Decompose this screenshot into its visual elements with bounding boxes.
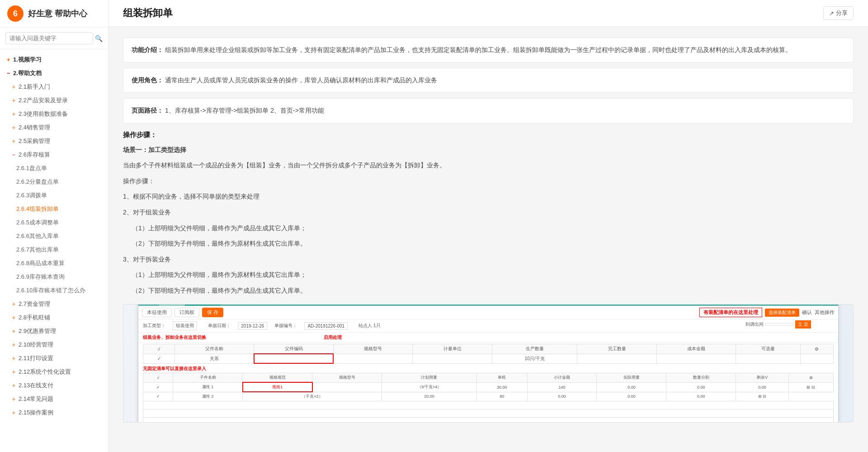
mock-td-spec bbox=[333, 354, 413, 363]
mock-lower-table-area: √ 子件名称 规格规范 规格型号 计划用量 单耗 小计金额 实际用量 数量分割 bbox=[138, 372, 838, 422]
plus-icon: ＋ bbox=[11, 327, 17, 335]
mock-warehouse-input[interactable] bbox=[765, 323, 793, 326]
mock-td-name: 关系 bbox=[175, 354, 254, 363]
plus-icon: ＋ bbox=[11, 368, 17, 376]
step2-sub2: （2）下部明细为子件明细，最终作为原材料生成其它出库单。 bbox=[123, 238, 854, 250]
search-box: 🔍 bbox=[0, 28, 108, 49]
mock-sub-empty-4 bbox=[143, 409, 833, 418]
share-button[interactable]: ↗ 分享 bbox=[823, 6, 854, 20]
sidebar-item-docs-2-6-7[interactable]: 2.6.7其他出库单 bbox=[0, 243, 108, 257]
mock-sub-td-s1: 规格1 bbox=[243, 382, 312, 392]
mock-td-unit bbox=[413, 354, 492, 363]
mock-sub-th-9: 数量分割 bbox=[666, 373, 736, 383]
sidebar-item-label: 2.12系统个性化设置 bbox=[19, 368, 71, 376]
mock-sub-td-check1: ✓ bbox=[143, 382, 173, 392]
sidebar-item-docs-2-6-9[interactable]: 2.6.9库存账本查询 bbox=[0, 270, 108, 284]
mock-window: 6 TEST-H002 ▼ ⚙ 问题反馈一下 📱App下载 ✓ 检测服务 ❓帮助… bbox=[138, 305, 838, 422]
mock-annotation3: 启用处理 bbox=[324, 334, 342, 341]
mock-sub-td-s9: ⊞ ⊟ bbox=[788, 382, 833, 392]
sidebar-item-docs-2-6-10[interactable]: 2.6.10库存账本错了怎么办 bbox=[0, 284, 108, 297]
sidebar-item-docs-2-15[interactable]: ＋2.15操作案例 bbox=[0, 406, 108, 419]
mock-sub-th-7: 小计金额 bbox=[527, 373, 597, 383]
sub-table-row-3 bbox=[143, 401, 833, 409]
main-header: 组装拆卸单 ↗ 分享 bbox=[108, 0, 868, 27]
mock-annotation-row: 组装业务、拆卸业务在这里切换 启用处理 bbox=[138, 333, 838, 343]
sidebar-item-label: 2.10经营管理 bbox=[19, 341, 53, 349]
plus-icon: ＋ bbox=[11, 395, 17, 403]
mock-toolbar: 本征使用 订阅权 保 存 有装配清单的在这里处理 选择装配清单 确认 其他操作 bbox=[138, 306, 838, 319]
sidebar-item-docs-2-6-1[interactable]: 2.6.1盘点单 bbox=[0, 162, 108, 175]
sidebar-item-label: 2.7资金管理 bbox=[19, 300, 50, 308]
sidebar-item-label: 2.5采购管理 bbox=[19, 137, 50, 145]
sidebar-item-docs-2-7[interactable]: ＋2.7资金管理 bbox=[0, 297, 108, 311]
plus-icon: ＋ bbox=[11, 110, 17, 118]
sidebar-item-docs-2-2[interactable]: ＋2.2产品安装及登录 bbox=[0, 94, 108, 107]
mock-sub-th-2: 子件名称 bbox=[173, 373, 243, 383]
mock-btn-use[interactable]: 本征使用 bbox=[142, 308, 172, 317]
sidebar-item-docs-2-13[interactable]: ＋2.13在线支付 bbox=[0, 379, 108, 392]
sidebar-item-docs-2-6-4[interactable]: 2.6.4组装拆卸单 bbox=[0, 202, 108, 216]
sidebar-item-label: 2.6.4组装拆卸单 bbox=[16, 205, 59, 213]
sidebar-item-docs-2-12[interactable]: ＋2.12系统个性化设置 bbox=[0, 365, 108, 379]
sidebar-item-label: 2.1新手入门 bbox=[19, 83, 50, 91]
mock-sub-td-s14: 0.00 bbox=[597, 392, 666, 401]
sidebar-item-label: 2.4销售管理 bbox=[19, 124, 50, 132]
mock-th-4: 规格型号 bbox=[333, 344, 413, 354]
plus-icon: ＋ bbox=[11, 124, 17, 132]
mock-warehouse-label: 到调出间 bbox=[745, 321, 764, 328]
sidebar: 6 好生意 帮助中心 🔍 ＋1.视频学习－2.帮助文档＋2.1新手入门＋2.2产… bbox=[0, 0, 108, 452]
mock-type-label: 加工类型： bbox=[143, 323, 165, 329]
path-label: 页面路径： bbox=[132, 107, 163, 114]
steps-intro: 操作步骤： bbox=[123, 175, 854, 187]
sidebar-item-label: 2.2产品安装及登录 bbox=[19, 96, 68, 105]
sidebar-item-docs-2-8[interactable]: ＋2.8手机旺铺 bbox=[0, 311, 108, 324]
sidebar-item-docs-2-11[interactable]: ＋2.11打印设置 bbox=[0, 352, 108, 365]
mock-btn-save[interactable]: 保 存 bbox=[202, 308, 223, 317]
plus-icon: ＋ bbox=[11, 137, 17, 145]
mock-sub-td-s15: 0.00 bbox=[666, 392, 736, 401]
sidebar-item-docs-2-4[interactable]: ＋2.4销售管理 bbox=[0, 121, 108, 134]
mock-sub-td-s11: 20.00 bbox=[382, 392, 477, 401]
mock-tab-main[interactable]: 组装拆卸单 bbox=[185, 305, 221, 306]
mock-tab-new[interactable]: 新增单 bbox=[159, 305, 185, 306]
step3-sub1: （1）上部明细为父件明细，最终作为原材料生成其它出库单； bbox=[123, 269, 854, 281]
sidebar-item-docs-2-1[interactable]: ＋2.1新手入门 bbox=[0, 80, 108, 94]
table-row: ✓ 关系 10只/千克 bbox=[143, 354, 833, 363]
search-button[interactable]: 🔍 bbox=[95, 35, 103, 42]
sidebar-item-docs-2-6-3[interactable]: 2.6.3调拨单 bbox=[0, 189, 108, 202]
sidebar-item-label: 2.6.2分量盘点单 bbox=[16, 178, 59, 186]
plus-icon: ＋ bbox=[11, 300, 17, 308]
step3: 3、对于拆装业务 bbox=[123, 253, 854, 266]
sidebar-item-docs-2-14[interactable]: ＋2.14常见问题 bbox=[0, 392, 108, 406]
sidebar-item-video[interactable]: ＋1.视频学习 bbox=[0, 53, 108, 67]
sidebar-item-docs-2-10[interactable]: ＋2.10经营管理 bbox=[0, 338, 108, 352]
mock-annotation-btn[interactable]: 选择装配清单 bbox=[765, 309, 799, 317]
mock-btn-extra: 其他操作 bbox=[815, 309, 835, 316]
mock-btn-subscribe[interactable]: 订阅权 bbox=[175, 308, 199, 317]
sidebar-item-label: 2.9优惠券管理 bbox=[19, 327, 56, 335]
sidebar-item-docs-2-5[interactable]: ＋2.5采购管理 bbox=[0, 134, 108, 148]
mock-th-6: 生产数量 bbox=[492, 344, 577, 354]
sub-table-row-2: ✓ 属性 2 （千克×2） 20.00 80 0.00 0.00 0.00 ⊞ … bbox=[143, 392, 833, 401]
step2: 2、对于组装业务 bbox=[123, 206, 854, 219]
sidebar-item-docs[interactable]: －2.帮助文档 bbox=[0, 67, 108, 80]
minus-icon: － bbox=[5, 69, 11, 77]
sidebar-item-label: 2.6.7其他出库单 bbox=[16, 246, 59, 254]
search-input[interactable] bbox=[5, 32, 93, 44]
minus-icon: － bbox=[11, 151, 17, 159]
mock-sub-td-s8: 0.00 bbox=[736, 382, 788, 392]
sidebar-item-docs-2-9[interactable]: ＋2.9优惠券管理 bbox=[0, 324, 108, 338]
nav-tree: ＋1.视频学习－2.帮助文档＋2.1新手入门＋2.2产品安装及登录＋2.3使用前… bbox=[0, 49, 108, 423]
sidebar-item-docs-2-6-5[interactable]: 2.6.5成本调整单 bbox=[0, 216, 108, 229]
mock-launch-btn[interactable]: 立 定 bbox=[795, 320, 811, 328]
intro-text: 组装拆卸单用来处理企业组装或拆卸等加工业务，支持有固定装配清单的产品加工业务，也… bbox=[165, 46, 792, 53]
mock-tab-home[interactable]: 自然 bbox=[138, 305, 159, 306]
sidebar-item-docs-2-6-2[interactable]: 2.6.2分量盘点单 bbox=[0, 175, 108, 189]
sidebar-item-docs-2-6-6[interactable]: 2.6.6其他入库单 bbox=[0, 229, 108, 243]
mock-sub-td-name2: 属性 2 bbox=[173, 392, 243, 401]
sidebar-item-docs-2-6[interactable]: －2.6库存核算 bbox=[0, 148, 108, 162]
sidebar-item-docs-2-3[interactable]: ＋2.3使用前数据准备 bbox=[0, 107, 108, 121]
sidebar-item-label: 2.6.3调拨单 bbox=[16, 191, 47, 200]
mock-num-label: 站点人 1只 bbox=[359, 323, 380, 329]
sidebar-item-docs-2-6-8[interactable]: 2.6.8商品成本重算 bbox=[0, 257, 108, 270]
